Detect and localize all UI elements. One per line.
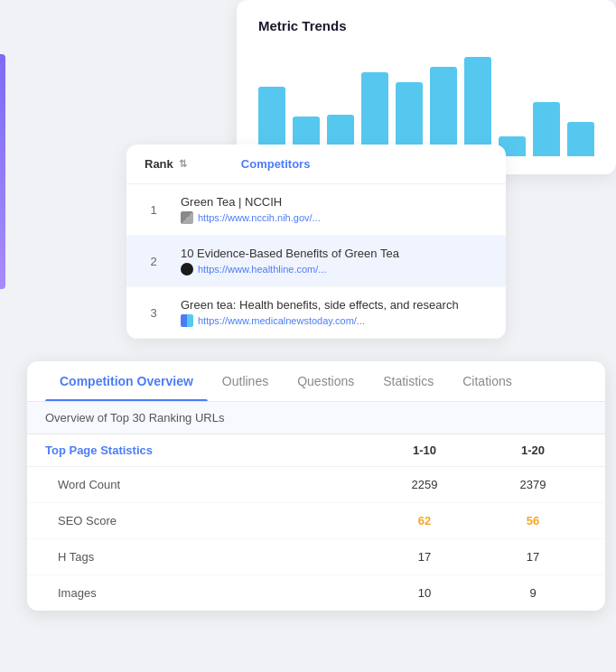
competitor-info-2: 10 Evidence-Based Benefits of Green Tea … (181, 247, 488, 275)
competitor-info-1: Green Tea | NCCIH https://www.nccih.nih.… (181, 195, 488, 224)
stats-header-col2: 1-20 (479, 443, 587, 457)
stats-header-col1: 1-10 (370, 443, 479, 457)
competition-overview-card: Competition Overview Outlines Questions … (27, 361, 605, 611)
tab-competition-overview[interactable]: Competition Overview (45, 361, 208, 401)
stats-row-seo-score: SEO Score 62 56 (27, 503, 605, 539)
competitor-url-row-3: https://www.medicalnewstoday.com/... (181, 314, 488, 327)
rank-number-2: 2 (145, 255, 163, 268)
stats-row-h-tags: H Tags 17 17 (27, 539, 605, 575)
tab-outlines[interactable]: Outlines (208, 361, 283, 401)
stats-table: Top Page Statistics 1-10 1-20 Word Count… (27, 434, 605, 611)
rank-number-3: 3 (145, 306, 163, 320)
competitor-row-2[interactable]: 2 10 Evidence-Based Benefits of Green Te… (126, 236, 506, 287)
stats-val-seo-score-1: 62 (370, 514, 479, 527)
stats-header-row: Top Page Statistics 1-10 1-20 (27, 434, 605, 467)
stats-header-label: Top Page Statistics (45, 443, 370, 457)
competitors-column-header: Competitors (241, 157, 311, 171)
competitor-url-row-2: https://www.healthline.com/... (181, 263, 488, 275)
stats-label-images: Images (45, 586, 370, 600)
stats-val-h-tags-1: 17 (370, 550, 479, 564)
competitor-row-3[interactable]: 3 Green tea: Health benefits, side effec… (126, 287, 506, 339)
accent-bar (0, 54, 5, 289)
competitor-info-3: Green tea: Health benefits, side effects… (181, 298, 488, 327)
competitors-header: Rank ⇅ Competitors (126, 145, 506, 184)
bar-9 (533, 102, 560, 157)
stats-val-seo-score-2: 56 (479, 514, 587, 527)
competitor-name-1: Green Tea | NCCIH (181, 195, 488, 209)
competitor-row-1[interactable]: 1 Green Tea | NCCIH https://www.nccih.ni… (126, 184, 506, 236)
page-wrapper: Metric Trends Rank ⇅ Competitors 1 Gr (0, 0, 616, 672)
competitor-name-2: 10 Evidence-Based Benefits of Green Tea (181, 247, 488, 260)
stats-val-word-count-1: 2259 (370, 478, 479, 491)
bar-6 (430, 67, 457, 156)
competitors-card: Rank ⇅ Competitors 1 Green Tea | NCCIH h… (126, 145, 506, 339)
tab-questions[interactable]: Questions (283, 361, 369, 401)
site-favicon-3 (181, 314, 193, 327)
competitor-url-3[interactable]: https://www.medicalnewstoday.com/... (198, 315, 365, 326)
competitor-url-row-1: https://www.nccih.nih.gov/... (181, 211, 488, 224)
stats-row-images: Images 10 9 (27, 575, 605, 611)
rank-column-header: Rank ⇅ (145, 157, 187, 171)
stats-label-word-count: Word Count (45, 478, 370, 491)
tab-citations[interactable]: Citations (448, 361, 526, 401)
bar-4 (361, 72, 388, 157)
stats-val-word-count-2: 2379 (479, 478, 587, 491)
site-favicon-1 (181, 211, 193, 224)
stats-val-h-tags-2: 17 (479, 550, 587, 564)
competitor-name-3: Green tea: Health benefits, side effects… (181, 298, 488, 312)
stats-label-h-tags: H Tags (45, 550, 370, 564)
bar-10 (567, 122, 594, 157)
overview-subtitle: Overview of Top 30 Ranking URLs (27, 402, 605, 434)
sort-icon[interactable]: ⇅ (179, 158, 187, 170)
stats-val-images-1: 10 (370, 586, 479, 600)
rank-number-1: 1 (145, 203, 163, 217)
metric-trends-title: Metric Trends (258, 18, 594, 33)
stats-row-word-count: Word Count 2259 2379 (27, 467, 605, 503)
stats-val-images-2: 9 (479, 586, 587, 600)
tab-statistics[interactable]: Statistics (369, 361, 448, 401)
bar-chart (258, 48, 594, 156)
competitor-url-2[interactable]: https://www.healthline.com/... (198, 264, 326, 275)
stats-label-seo-score: SEO Score (45, 514, 370, 527)
tabs-row: Competition Overview Outlines Questions … (27, 361, 605, 402)
site-favicon-2 (181, 263, 193, 275)
bar-7 (464, 57, 491, 156)
competitor-url-1[interactable]: https://www.nccih.nih.gov/... (198, 212, 321, 223)
